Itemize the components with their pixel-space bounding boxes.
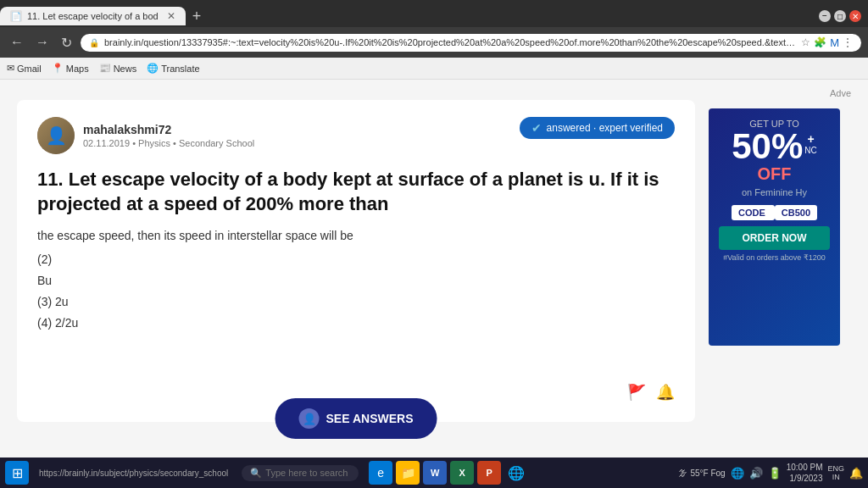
time: 10:00 PM xyxy=(787,462,823,473)
bookmarks-bar: ✉ Gmail 📍 Maps 📰 News 🌐 Translate xyxy=(0,58,868,80)
lock-icon: 🔒 xyxy=(89,38,99,47)
weather-text: 55°F Fog xyxy=(690,469,725,478)
ad-sidebar: GET UP TO 50% + NC OFF on Feminine Hy CO… xyxy=(709,108,840,346)
menu-icon[interactable]: ⋮ xyxy=(843,36,853,48)
bookmark-translate[interactable]: 🌐 Translate xyxy=(147,63,199,74)
avatar-image: 👤 xyxy=(37,117,75,154)
avatar: 👤 xyxy=(37,117,75,154)
start-button[interactable]: ⊞ xyxy=(5,461,29,485)
taskbar-search-bar[interactable]: 🔍 xyxy=(242,465,359,481)
ad-code: CB500 xyxy=(775,205,817,220)
close-button[interactable]: ✕ xyxy=(849,10,861,22)
weather-info: 🌫 55°F Fog xyxy=(679,469,725,478)
taskbar: ⊞ https://brainly.in/subject/physics/sec… xyxy=(0,458,868,488)
answered-badge: ✔ answered · expert verified xyxy=(520,117,675,139)
bookmark-gmail[interactable]: ✉ Gmail xyxy=(7,63,42,74)
username: mahalakshmi72 xyxy=(83,123,254,136)
maps-icon: 📍 xyxy=(52,63,64,74)
user-meta: 02.11.2019 • Physics • Secondary School xyxy=(83,138,254,148)
taskbar-app-word[interactable]: W xyxy=(423,461,447,485)
tab-bar: 📄 11. Let escape velocity of a bod ✕ + −… xyxy=(0,0,868,27)
address-bar-row: ← → ↻ 🔒 brainly.in/question/13337935#:~:… xyxy=(0,27,868,58)
forward-button[interactable]: → xyxy=(32,33,53,52)
bookmark-maps[interactable]: 📍 Maps xyxy=(52,63,89,74)
news-icon: 📰 xyxy=(99,63,111,74)
battery-icon: 🔋 xyxy=(768,467,782,480)
gmail-icon: ✉ xyxy=(7,63,14,74)
question-card: 👤 mahalakshmi72 02.11.2019 • Physics • S… xyxy=(17,100,695,422)
tab-favicon: 📄 xyxy=(10,10,22,22)
ad-content: GET UP TO 50% + NC OFF on Feminine Hy CO… xyxy=(709,108,840,346)
address-bar[interactable]: 🔒 brainly.in/question/13337935#:~:text=v… xyxy=(81,34,861,52)
back-button[interactable]: ← xyxy=(7,33,27,52)
see-answers-avatar: 👤 xyxy=(299,408,320,429)
bookmark-star-icon[interactable]: ☆ xyxy=(801,36,810,48)
bookmark-gmail-label: Gmail xyxy=(17,64,42,74)
profile-icon[interactable]: M xyxy=(830,36,839,49)
taskbar-app-files[interactable]: 📁 xyxy=(396,461,420,485)
page-content: Adve 👤 mahalakshmi72 xyxy=(0,80,868,458)
ad-on: on Feminine Hy xyxy=(719,187,830,197)
network-icon: 🌐 xyxy=(731,467,744,480)
ad-percent: 50% xyxy=(732,129,803,164)
search-icon: 🔍 xyxy=(250,468,262,479)
taskbar-system-icons: 🌫 55°F Fog 🌐 🔊 🔋 10:00 PM 1/9/2023 ENG I… xyxy=(679,462,863,484)
maximize-button[interactable]: □ xyxy=(834,10,846,22)
taskbar-apps: e 📁 W X P 🌐 xyxy=(369,461,528,485)
translate-icon: 🌐 xyxy=(147,63,159,74)
time-info: 10:00 PM 1/9/2023 xyxy=(787,462,823,484)
bookmark-maps-label: Maps xyxy=(66,64,89,74)
refresh-button[interactable]: ↻ xyxy=(58,33,75,53)
taskbar-app-chrome[interactable]: 🌐 xyxy=(504,461,528,485)
bookmark-news[interactable]: 📰 News xyxy=(99,63,137,74)
address-bar-actions: ☆ 🧩 M ⋮ xyxy=(801,36,853,49)
see-answers-label: SEE ANSWERS xyxy=(326,412,414,425)
weather-icon: 🌫 xyxy=(679,469,687,478)
new-tab-button[interactable]: + xyxy=(186,8,209,25)
taskbar-app-edge[interactable]: e xyxy=(369,461,392,485)
date: 1/9/2023 xyxy=(787,473,823,484)
taskbar-app-powerpoint[interactable]: P xyxy=(477,461,501,485)
question-title: 11. Let escape velocity of a body kept a… xyxy=(37,168,675,216)
check-icon: ✔ xyxy=(531,121,542,135)
bottom-actions: 🚩 🔔 xyxy=(627,383,675,402)
user-info: 👤 mahalakshmi72 02.11.2019 • Physics • S… xyxy=(37,117,254,154)
ad-off: OFF xyxy=(719,164,830,184)
ad-label: Adve xyxy=(17,88,851,98)
question-options: (2) Bu (3) 2u (4) 2/2u xyxy=(37,249,675,335)
window-controls: − □ ✕ xyxy=(819,10,868,22)
badge-text: answered · expert verified xyxy=(547,122,663,134)
active-tab[interactable]: 📄 11. Let escape velocity of a bod ✕ xyxy=(0,7,186,25)
tab-close-button[interactable]: ✕ xyxy=(167,10,175,22)
lang-info: ENG IN xyxy=(827,464,844,481)
taskbar-url: https://brainly.in/subject/physics/secon… xyxy=(32,469,235,478)
question-header: 👤 mahalakshmi72 02.11.2019 • Physics • S… xyxy=(37,117,675,154)
search-input[interactable] xyxy=(265,468,350,478)
ad-plus: + xyxy=(804,132,816,146)
notification-button[interactable]: 🔔 xyxy=(656,383,675,402)
tab-title: 11. Let escape velocity of a bod xyxy=(27,11,159,21)
url-text: brainly.in/question/13337935#:~:text=vel… xyxy=(104,37,796,47)
ad-code-label: CODE xyxy=(732,205,775,220)
bookmark-translate-label: Translate xyxy=(161,64,199,74)
flag-button[interactable]: 🚩 xyxy=(627,383,646,402)
see-answers-button[interactable]: 👤 SEE ANSWERS xyxy=(275,398,437,439)
bookmark-news-label: News xyxy=(114,64,137,74)
minimize-button[interactable]: − xyxy=(819,10,831,22)
taskbar-app-excel[interactable]: X xyxy=(450,461,474,485)
notification-center-icon[interactable]: 🔔 xyxy=(849,467,863,480)
ad-nc: NC xyxy=(804,146,816,155)
question-body: the escape speed, then its speed in inte… xyxy=(37,226,675,334)
ad-fine-print: #Valid on orders above ₹1200 xyxy=(719,253,830,262)
extension-icon[interactable]: 🧩 xyxy=(814,36,826,48)
ad-order-button[interactable]: ORDER NOW xyxy=(719,226,830,250)
user-details: mahalakshmi72 02.11.2019 • Physics • Sec… xyxy=(83,123,254,148)
browser-body: Adve 👤 mahalakshmi72 xyxy=(0,80,868,458)
volume-icon: 🔊 xyxy=(749,467,763,480)
